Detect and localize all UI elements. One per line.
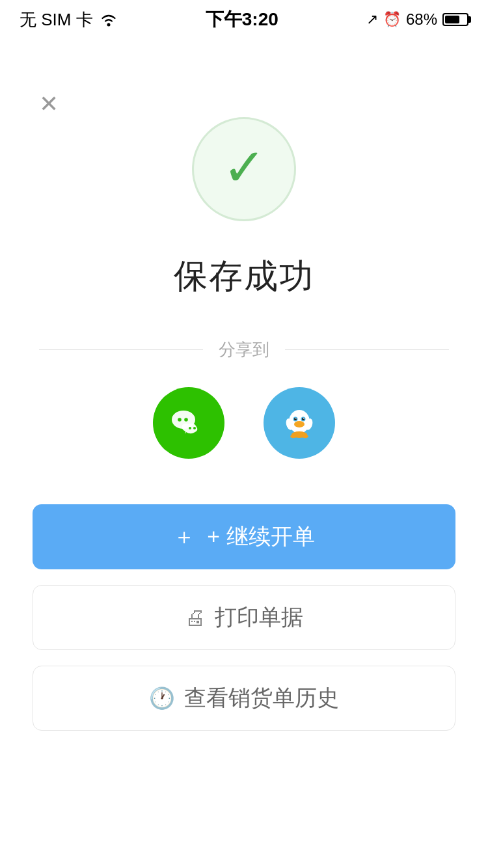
- status-left: 无 SIM 卡: [20, 8, 118, 31]
- share-divider: 分享到: [0, 338, 488, 361]
- wifi-icon: [100, 12, 118, 27]
- location-icon: ↗: [366, 11, 378, 28]
- main-content: ✕ ✓ 保存成功 分享到: [0, 39, 488, 868]
- close-icon: ✕: [39, 92, 59, 116]
- wechat-icon: [169, 403, 208, 442]
- status-right: ↗ ⏰ 68%: [366, 10, 468, 29]
- close-button[interactable]: ✕: [33, 88, 65, 120]
- svg-point-10: [302, 418, 305, 420]
- checkmark-icon: ✓: [223, 142, 266, 194]
- share-wechat-button[interactable]: [153, 387, 224, 459]
- history-icon: 🕐: [149, 686, 175, 711]
- alarm-icon: ⏰: [383, 11, 401, 28]
- svg-point-4: [189, 427, 191, 429]
- print-icon: 🖨: [185, 606, 206, 630]
- status-time: 下午3:20: [206, 7, 278, 32]
- qq-icon: [280, 403, 319, 442]
- continue-button[interactable]: ＋ + 继续开单: [33, 504, 455, 569]
- svg-point-0: [107, 23, 110, 27]
- share-row: [153, 387, 335, 459]
- status-bar: 无 SIM 卡 下午3:20 ↗ ⏰ 68%: [0, 0, 488, 39]
- divider-line-left: [39, 349, 203, 350]
- battery-percent: 68%: [406, 10, 437, 29]
- svg-point-3: [184, 418, 188, 422]
- svg-point-9: [294, 418, 297, 420]
- success-circle: ✓: [192, 117, 296, 221]
- share-qq-button[interactable]: [264, 387, 335, 459]
- sim-text: 无 SIM 卡: [20, 8, 93, 31]
- svg-point-2: [178, 418, 182, 422]
- svg-point-12: [303, 418, 305, 419]
- svg-point-5: [193, 427, 196, 429]
- print-label: 打印单据: [215, 603, 303, 632]
- print-button[interactable]: 🖨 打印单据: [33, 585, 455, 650]
- actions-container: ＋ + 继续开单 🖨 打印单据 🕐 查看销货单历史: [0, 504, 488, 731]
- continue-label: + 继续开单: [207, 522, 314, 552]
- history-button[interactable]: 🕐 查看销货单历史: [33, 666, 455, 731]
- divider-line-right: [285, 349, 449, 350]
- battery-icon: [442, 13, 468, 26]
- continue-icon: ＋: [173, 522, 195, 552]
- svg-point-11: [295, 418, 297, 419]
- share-label: 分享到: [203, 338, 285, 361]
- history-label: 查看销货单历史: [184, 683, 339, 713]
- success-title: 保存成功: [174, 254, 314, 299]
